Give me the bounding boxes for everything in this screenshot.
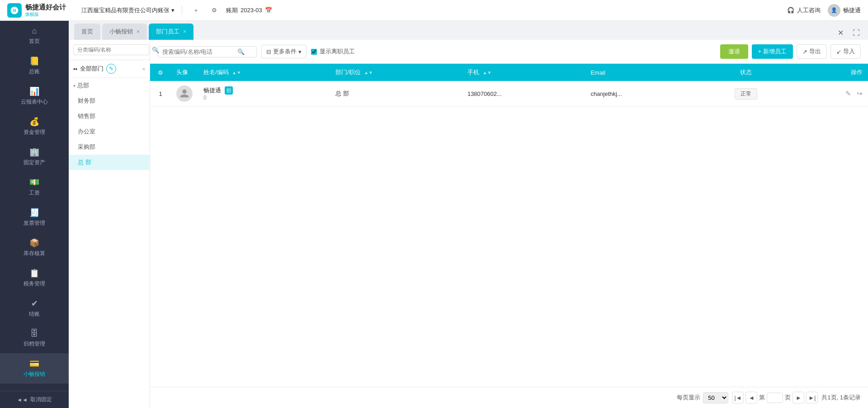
import-button[interactable]: ↙ 导入 xyxy=(830,44,861,59)
prev-page-button[interactable]: ◄ xyxy=(745,392,757,403)
edit-icon[interactable]: ✎ xyxy=(845,90,851,98)
pagination: 每页显示 10 20 50 100 |◄ ◄ 第 1 页 xyxy=(150,387,868,408)
account-period: 账期 2023-03 📅 xyxy=(226,6,272,14)
arrow-icon: ▾ xyxy=(73,83,75,88)
action-icons: ✎ ↪ xyxy=(797,90,863,98)
sidebar-item-expenses[interactable]: 💳 小畅报销 xyxy=(0,353,69,384)
expenses-icon: 💳 xyxy=(29,359,39,369)
collapse-icon[interactable]: « xyxy=(142,66,145,71)
col-email: Email xyxy=(585,64,700,81)
per-page-select: 每页显示 10 20 50 100 xyxy=(677,392,728,403)
status-badge: 正常 xyxy=(735,88,757,100)
col-avatar: 头像 xyxy=(171,64,198,81)
search-icon[interactable]: 🔍 xyxy=(237,48,245,55)
dept-node-office[interactable]: 办公室 xyxy=(69,124,150,139)
sidebar-item-archive[interactable]: 🗄 归档管理 xyxy=(0,323,69,353)
row-phone: 138070602... xyxy=(462,81,585,107)
headset-icon: 🎧 xyxy=(787,7,794,14)
sidebar-item-settings[interactable]: ⚙ 基础设置 xyxy=(0,384,69,391)
sort-phone-icon: ▲▼ xyxy=(483,71,492,75)
first-page-button[interactable]: |◄ xyxy=(732,392,744,403)
dept-node-finance[interactable]: 财务部 xyxy=(69,93,150,109)
sidebar-item-checkout[interactable]: ✔ 结账 xyxy=(0,293,69,323)
dept-root[interactable]: ▾ 总部 xyxy=(69,78,150,93)
grid-icon: ▪▪ xyxy=(73,66,77,72)
close-expenses-tab[interactable]: × xyxy=(137,28,140,35)
company-name[interactable]: 江西服宝精品有限责任公司内账张 ▾ xyxy=(81,6,175,14)
dept-node-sales[interactable]: 销售部 xyxy=(69,109,150,124)
add-employee-button[interactable]: + 新增员工 xyxy=(752,44,793,59)
settings-button[interactable]: ⚙ xyxy=(208,5,221,15)
dept-search-input[interactable] xyxy=(73,44,149,55)
sort-dept-icon: ▲▼ xyxy=(364,71,373,75)
dept-node-general[interactable]: 总 部 xyxy=(69,155,150,170)
main-layout: ⌂ 首页 📒 总账 📊 云报表中心 💰 资金管理 🏢 固定资产 💵 工资 xyxy=(0,21,868,408)
dept-badge: 部 xyxy=(225,86,233,95)
total-info: 共1页, 1条记录 xyxy=(821,394,861,402)
show-resigned-input[interactable] xyxy=(311,49,317,55)
all-dept-header[interactable]: ▪▪ 全部部门 ✎ « xyxy=(69,60,150,78)
col-phone[interactable]: 手机 ▲▼ xyxy=(462,64,585,81)
user-area[interactable]: 👤 畅捷通 xyxy=(828,4,861,17)
next-page-button[interactable]: ► xyxy=(793,392,804,403)
sidebar-item-home[interactable]: ⌂ 首页 xyxy=(0,21,69,51)
import-icon: ↙ xyxy=(836,48,841,55)
sidebar-item-payroll[interactable]: 💵 工资 xyxy=(0,172,69,202)
search-box: 🔍 xyxy=(157,46,257,57)
divider xyxy=(182,6,182,15)
maximize-tab-button[interactable]: ⛶ xyxy=(850,28,863,38)
tab-bar: 首页 小畅报销 × 部门员工 × ✕ ⛶ xyxy=(69,21,868,40)
logout-icon[interactable]: ↪ xyxy=(857,90,863,98)
table-row: 1 畅捷通 部 xyxy=(150,81,868,107)
service-button[interactable]: 🎧 人工咨询 xyxy=(787,6,821,14)
dept-panel: 🔍 ▪▪ 全部部门 ✎ « ▾ 总部 财务部 xyxy=(69,40,150,408)
tab-expenses[interactable]: 小畅报销 × xyxy=(102,24,147,40)
search-input[interactable] xyxy=(162,48,235,55)
export-button[interactable]: ↗ 导出 xyxy=(797,44,827,59)
sidebar-item-fixed-assets[interactable]: 🏢 固定资产 xyxy=(0,142,69,172)
filter-button[interactable]: ⊟ 更多条件 ▾ xyxy=(261,45,307,58)
last-page-button[interactable]: ►| xyxy=(806,392,818,403)
page-input[interactable]: 1 xyxy=(767,393,783,403)
close-dept-tab[interactable]: × xyxy=(183,28,186,35)
sort-name-icon: ▲▼ xyxy=(232,71,241,75)
payroll-icon: 💵 xyxy=(29,177,39,187)
inventory-icon: 📦 xyxy=(29,238,39,248)
tab-home[interactable]: 首页 xyxy=(74,24,100,40)
dept-edit-button[interactable]: ✎ xyxy=(106,64,116,74)
tab-dept-employee[interactable]: 部门员工 × xyxy=(149,24,193,40)
per-page-dropdown[interactable]: 10 20 50 100 xyxy=(703,392,728,403)
col-settings[interactable]: ⚙ xyxy=(150,64,171,81)
employee-panel: 🔍 ⊟ 更多条件 ▾ 显示离职员工 邀请 + 新增员工 xyxy=(150,40,868,408)
add-company-button[interactable]: ＋ xyxy=(189,5,203,16)
ledger-icon: 📒 xyxy=(29,56,39,66)
sidebar-item-ledger[interactable]: 📒 总账 xyxy=(0,51,69,81)
row-email: chanjethkj... xyxy=(585,81,700,107)
sidebar-item-invoice[interactable]: 🧾 发票管理 xyxy=(0,202,69,232)
page-content: 🔍 ▪▪ 全部部门 ✎ « ▾ 总部 财务部 xyxy=(69,40,868,408)
show-resigned-checkbox[interactable]: 显示离职员工 xyxy=(311,47,355,56)
invite-button[interactable]: 邀请 xyxy=(720,44,748,59)
row-dept: 总 部 xyxy=(330,81,462,107)
dropdown-icon: ▾ xyxy=(171,7,175,14)
dept-tree: ▾ 总部 财务部 销售部 办公室 采购部 xyxy=(69,78,150,408)
close-tab-button[interactable]: ✕ xyxy=(835,28,846,38)
reports-icon: 📊 xyxy=(29,86,39,96)
logo-area: 畅捷通好会计 旗舰版 xyxy=(7,3,76,18)
row-action: ✎ ↪ xyxy=(792,81,868,107)
row-status: 正常 xyxy=(700,81,792,107)
logo-text: 畅捷通好会计 旗舰版 xyxy=(25,3,66,18)
content-area: 首页 小畅报销 × 部门员工 × ✕ ⛶ 🔍 xyxy=(69,21,868,408)
logo-icon xyxy=(7,3,22,18)
sidebar-item-tax[interactable]: 📋 税务管理 xyxy=(0,263,69,293)
employee-table: ⚙ 头像 姓名/编码 ▲▼ 部门/职位 ▲▼ xyxy=(150,64,868,387)
dept-node-purchase[interactable]: 采购部 xyxy=(69,139,150,155)
row-name: 畅捷通 部 0 xyxy=(198,81,330,107)
sidebar-item-inventory[interactable]: 📦 库存核算 xyxy=(0,232,69,263)
col-dept[interactable]: 部门/职位 ▲▼ xyxy=(330,64,462,81)
sidebar-item-reports[interactable]: 📊 云报表中心 xyxy=(0,81,69,111)
sidebar-item-funds[interactable]: 💰 资金管理 xyxy=(0,111,69,142)
col-name[interactable]: 姓名/编码 ▲▼ xyxy=(198,64,330,81)
dept-search: 🔍 xyxy=(69,40,150,60)
pin-toggle[interactable]: ◄◄ 取消固定 xyxy=(0,391,69,408)
